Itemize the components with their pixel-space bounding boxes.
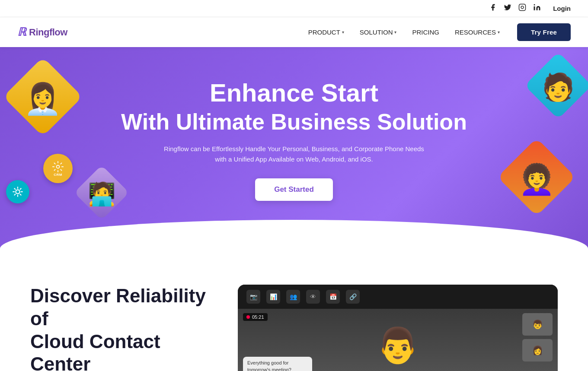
virus-icon [6, 180, 29, 203]
top-bar: Login [0, 0, 588, 17]
nav-solution-label: SOLUTION [360, 29, 393, 36]
nav-resources-label: RESOURCES [455, 29, 496, 36]
nav-pricing-label: PRICING [412, 29, 439, 36]
svg-line-10 [20, 194, 21, 195]
instagram-icon[interactable] [518, 3, 526, 13]
get-started-button[interactable]: Get Started [255, 178, 333, 201]
nav-pricing[interactable]: PRICING [412, 29, 439, 36]
crm-label: CRM [54, 173, 62, 177]
toolbar-people-icon[interactable]: 👥 [286, 290, 300, 304]
discover-section: Discover Reliability of Cloud Contact Ce… [13, 250, 575, 371]
hero-person-left: 👩‍💼 [10, 63, 77, 130]
thumbnail-2: 👩 [522, 339, 553, 361]
discover-title-line1: Discover Reliability of [30, 285, 206, 329]
video-mockup-container: 📷 📊 👥 👁 📅 🔗 05:21 👨 Everything good for … [238, 285, 558, 371]
discover-title: Discover Reliability of Cloud Contact Ce… [30, 285, 212, 371]
chat-text: Everything good for tomorrow's meeting? [247, 360, 291, 371]
chevron-down-icon: ▾ [342, 30, 344, 35]
twitter-icon[interactable] [504, 3, 511, 13]
nav-solution[interactable]: SOLUTION ▾ [360, 29, 397, 36]
chevron-down-icon: ▾ [394, 30, 396, 35]
side-thumbnails: 👦 👩 [522, 313, 553, 361]
discover-title-line2: Cloud Contact Center [30, 331, 160, 371]
hero-content: Enhance Start With Ultimate Business Sol… [121, 79, 467, 201]
toolbar-camera-icon[interactable]: 📷 [246, 290, 260, 304]
nav-product-label: PRODUCT [308, 29, 340, 36]
social-icons [489, 3, 541, 13]
toolbar-view-icon[interactable]: 👁 [306, 290, 320, 304]
linkedin-icon[interactable] [533, 3, 541, 13]
login-link[interactable]: Login [553, 5, 571, 12]
logo-icon: ℝ [17, 25, 26, 39]
chat-bubble: Everything good for tomorrow's meeting? [243, 357, 312, 371]
navbar: ℝ Ringflow PRODUCT ▾ SOLUTION ▾ PRICING … [0, 17, 588, 47]
hero-person-bottom-right: 👩‍🦱 [504, 145, 569, 209]
try-free-button[interactable]: Try Free [517, 23, 571, 41]
hero-person-bottom-center: 🧑‍💻 [78, 169, 125, 216]
crm-icon: CRM [43, 154, 73, 183]
logo[interactable]: ℝ Ringflow [17, 25, 67, 39]
svg-rect-0 [519, 4, 526, 11]
nav-resources[interactable]: RESOURCES ▾ [455, 29, 500, 36]
svg-line-11 [14, 194, 16, 195]
chevron-down-icon: ▾ [498, 30, 500, 35]
hero-title-line1: Enhance Start [121, 79, 467, 107]
discover-text: Discover Reliability of Cloud Contact Ce… [30, 285, 212, 371]
logo-text: Ringflow [29, 27, 67, 38]
toolbar-link-icon[interactable]: 🔗 [346, 290, 360, 304]
hero-person-right-top: 🧑 [530, 57, 586, 114]
crm-circle: CRM [43, 154, 73, 183]
nav-links: PRODUCT ▾ SOLUTION ▾ PRICING RESOURCES ▾ [308, 29, 500, 36]
facebook-icon[interactable] [489, 3, 497, 13]
hero-title-line2: With Ultimate Business Solution [121, 108, 467, 135]
svg-line-9 [14, 188, 16, 190]
hero-subtitle: Ringflow can be Effortlessly Handle Your… [160, 144, 428, 165]
svg-point-3 [57, 165, 60, 168]
thumbnail-1: 👦 [522, 313, 553, 336]
toolbar-calendar-icon[interactable]: 📅 [326, 290, 340, 304]
toolbar-stats-icon[interactable]: 📊 [266, 290, 280, 304]
hero-section: 👩‍💼 🧑 CRM [0, 47, 588, 250]
virus-circle [6, 180, 29, 203]
svg-line-12 [20, 188, 21, 190]
svg-point-4 [16, 190, 19, 193]
video-mockup: 📷 📊 👥 👁 📅 🔗 05:21 👨 Everything good for … [238, 285, 558, 371]
nav-product[interactable]: PRODUCT ▾ [308, 29, 344, 36]
video-toolbar: 📷 📊 👥 👁 📅 🔗 [238, 285, 558, 309]
svg-point-2 [534, 4, 535, 6]
video-content: 05:21 👨 Everything good for tomorrow's m… [238, 309, 558, 371]
